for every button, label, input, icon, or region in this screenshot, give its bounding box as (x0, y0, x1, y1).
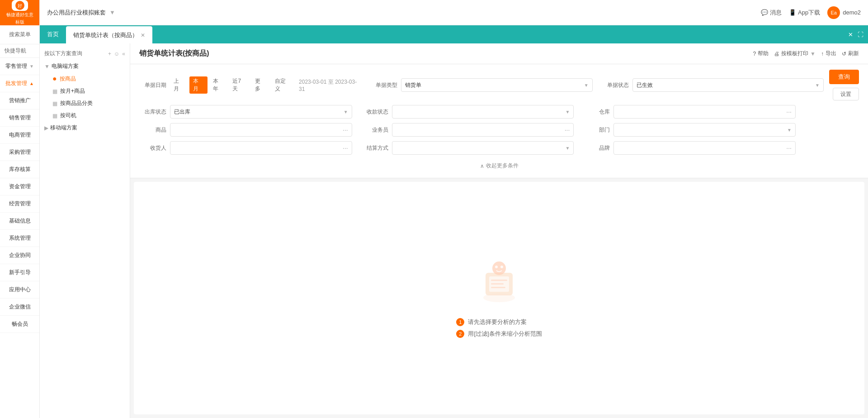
export-button[interactable]: ↑ 导出 (821, 50, 836, 57)
set-button[interactable]: 设置 (833, 88, 859, 100)
quick-nav-label[interactable]: 快捷导航 (0, 44, 39, 58)
sidebar-item-system[interactable]: 系统管理 (0, 230, 39, 247)
app-name: 畅捷通好生意 (6, 12, 33, 18)
product-dots-icon[interactable]: ··· (343, 126, 348, 133)
grid-icon: ▦ (52, 113, 57, 119)
warehouse-control[interactable]: ··· (613, 105, 796, 119)
receiver-dots-icon[interactable]: ··· (343, 144, 348, 152)
sidebar-item-sales[interactable]: 销售管理 (0, 109, 39, 127)
product-filter: 商品 ··· (139, 123, 352, 137)
tree-group-pc[interactable]: ▼ 电脑端方案 (40, 60, 130, 72)
tab-report[interactable]: 销货单统计表（按商品） ✕ (66, 26, 152, 44)
sidebar-item-basic[interactable]: 基础信息 (0, 213, 39, 230)
date-tab-last-month[interactable]: 上月 (170, 76, 188, 94)
date-tab-7days[interactable]: 近7天 (229, 76, 250, 94)
tree-item-by-category[interactable]: ▦ 按商品品分类 (45, 97, 130, 109)
sidebar-item-inventory[interactable]: 库存核算 (0, 161, 39, 178)
topbar-right: 💬 消息 📱 App下载 Ea demo2 (761, 6, 861, 19)
sidebar-item-appstore[interactable]: 应用中心 (0, 281, 39, 299)
sidebar-item-operations[interactable]: 经营管理 (0, 195, 39, 213)
salesman-control[interactable]: ··· (392, 123, 574, 137)
sidebar-item-enterprise[interactable]: 企业协同 (0, 247, 39, 264)
print-button[interactable]: 🖨 按模板打印 ▼ (774, 50, 816, 57)
window-close-button[interactable]: ✕ (848, 31, 853, 38)
sidebar-item-label: 基础信息 (9, 217, 31, 225)
sidebar-item-ecommerce[interactable]: 电商管理 (0, 127, 39, 144)
message-button[interactable]: 💬 消息 (761, 9, 782, 17)
collapse-up-icon: ∧ (480, 163, 484, 169)
refresh-button[interactable]: ↺ 刷新 (842, 50, 859, 57)
empty-steps: 1 请先选择要分析的方案 2 用[过滤]条件来缩小分析范围 (456, 318, 542, 342)
empty-step-1: 1 请先选择要分析的方案 (456, 318, 542, 326)
brand-control[interactable]: ··· (613, 141, 796, 155)
collect-status-dropdown-icon: ▼ (565, 109, 570, 114)
step-1-text: 请先选择要分析的方案 (468, 318, 527, 326)
sidebar-item-finance[interactable]: 资金管理 (0, 178, 39, 195)
collapse-panel-button[interactable]: « (122, 51, 125, 57)
sidebar-item-label: 系统管理 (9, 234, 31, 242)
out-status-control[interactable]: 已出库 ▼ (170, 105, 352, 119)
date-tab-custom[interactable]: 自定义 (271, 76, 294, 94)
chevron-icon: ▼ (29, 64, 34, 69)
add-scheme-button[interactable]: + (108, 51, 111, 57)
tree-item-by-month-product[interactable]: ▦ 按月+商品 (45, 85, 130, 97)
brand-label: 品牌 (583, 144, 610, 152)
sidebar-item-wholesale[interactable]: 批发管理 ▲ (0, 75, 39, 92)
window-maximize-button[interactable]: ⛶ (858, 31, 863, 38)
settlement-control[interactable]: ▼ (392, 141, 574, 155)
salesman-dots-icon[interactable]: ··· (565, 126, 570, 133)
dropdown-icon[interactable]: ▼ (109, 9, 115, 16)
brand-dots-icon[interactable]: ··· (786, 144, 792, 152)
tab-home[interactable]: 首页 (40, 25, 66, 43)
page-actions: ? 帮助 🖨 按模板打印 ▼ ↑ 导出 ↺ 刷新 (753, 50, 859, 63)
sidebar-item-purchase[interactable]: 采购管理 (0, 144, 39, 161)
sidebar-item-retail[interactable]: 零售管理 ▼ (0, 58, 39, 75)
settlement-dropdown-icon: ▼ (565, 146, 570, 151)
receiver-control[interactable]: ··· (170, 141, 352, 155)
collect-status-control[interactable]: ▼ (392, 105, 574, 119)
print-dropdown-icon[interactable]: ▼ (810, 51, 816, 57)
left-panel: 按以下方案查询 + ☺ « ▼ 电脑端方案 ● 按商品 ▦ 按月+ (40, 43, 130, 418)
date-tab-more[interactable]: 更多 (251, 76, 269, 94)
product-control[interactable]: ··· (170, 123, 352, 137)
department-control[interactable]: ▼ (613, 123, 796, 137)
help-button[interactable]: ? 帮助 (753, 50, 769, 57)
avatar: Ea (827, 6, 840, 19)
doc-type-control[interactable]: 销货单 ▼ (401, 78, 592, 92)
step-1-number: 1 (456, 318, 464, 326)
query-button[interactable]: 查询 (829, 70, 859, 84)
filter-row-2: 出库状态 已出库 ▼ 收款状态 ▼ (139, 105, 859, 119)
sidebar-item-wechat[interactable]: 企业微信 (0, 299, 39, 316)
search-menu-button[interactable]: 搜索菜单 (5, 29, 35, 40)
warehouse-dots-icon[interactable]: ··· (786, 108, 792, 115)
date-control[interactable]: 上月 本月 本年 近7天 更多 自定义 2023-03-01 至 2023-03… (170, 76, 361, 94)
date-tab-this-year[interactable]: 本年 (209, 76, 227, 94)
tree-group-mobile[interactable]: ▶ 移动端方案 (40, 122, 130, 134)
svg-point-7 (500, 266, 503, 268)
department-label: 部门 (583, 126, 610, 134)
tree-item-by-product[interactable]: ● 按商品 (45, 72, 130, 85)
out-status-value: 已出库 (174, 108, 190, 116)
sidebar-item-member[interactable]: 畅会员 (0, 316, 39, 333)
app-download-button[interactable]: 📱 App下载 (789, 9, 820, 17)
warehouse-filter: 仓库 ··· (583, 105, 796, 119)
date-tab-this-month[interactable]: 本月 (189, 76, 207, 94)
step-2-number: 2 (456, 330, 464, 338)
tree-item-label: 按商品 (60, 75, 76, 83)
edit-scheme-button[interactable]: ☺ (114, 51, 119, 57)
search-menu-area[interactable]: 搜索菜单 (0, 25, 39, 44)
user-area[interactable]: Ea demo2 (827, 6, 861, 19)
tree-item-by-cashier[interactable]: ▦ 按司机 (45, 109, 130, 122)
empty-state: 1 请先选择要分析的方案 2 用[过滤]条件来缩小分析范围 (134, 182, 864, 414)
topbar: 办公用品行业模拟账套 ▼ 💬 消息 📱 App下载 Ea demo2 (40, 0, 868, 25)
sidebar-item-guide[interactable]: 新手引导 (0, 264, 39, 281)
doc-status-control[interactable]: 已生效 ▼ (632, 78, 824, 92)
collapse-filters-button[interactable]: ∧ 收起更多条件 (139, 159, 859, 172)
step-2-text: 用[过滤]条件来缩小分析范围 (468, 330, 542, 338)
receiver-label: 收货人 (139, 144, 166, 152)
tab-close-button[interactable]: ✕ (141, 32, 145, 38)
sidebar-item-marketing[interactable]: 营销推广 (0, 92, 39, 109)
sidebar-item-label: 销售管理 (9, 114, 31, 122)
collapse-label: 收起更多条件 (486, 162, 519, 170)
out-status-filter: 出库状态 已出库 ▼ (139, 105, 352, 119)
